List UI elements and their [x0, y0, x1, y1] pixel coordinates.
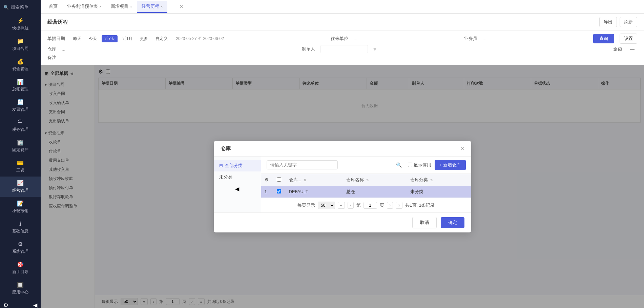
- counterparty-dots[interactable]: ...: [354, 36, 357, 41]
- search-wrap: 🔍: [267, 160, 405, 169]
- basic-icon: ℹ: [19, 221, 21, 227]
- show-disabled-text: 显示停用: [414, 162, 431, 168]
- warehouse-label: 仓库: [47, 46, 56, 52]
- creator-label: 制单人: [302, 46, 315, 52]
- unclassified-label: 未分类: [219, 174, 232, 180]
- modal-sidebar-collapse-btn[interactable]: ◀: [214, 183, 261, 195]
- row-name: 总仓: [343, 186, 407, 198]
- sidebar-item-assets[interactable]: 🏢 固定资产: [0, 136, 41, 156]
- sidebar-item-fund[interactable]: 💰 资金管理: [0, 55, 41, 75]
- tab-new-project-close[interactable]: ×: [130, 4, 132, 8]
- settings-icon[interactable]: ⚙: [3, 302, 8, 308]
- show-disabled-label[interactable]: 显示停用: [408, 162, 431, 168]
- business-icon: 📈: [17, 180, 24, 186]
- tax-icon: 🏛: [18, 119, 23, 125]
- th-modal-checkbox: [273, 174, 286, 186]
- date-opt-today[interactable]: 今天: [86, 35, 100, 42]
- modal-sidebar-all-categories[interactable]: ⊞ 全部分类: [214, 160, 261, 171]
- tab-profit-close[interactable]: ×: [99, 4, 101, 8]
- modal-cancel-button[interactable]: 取消: [412, 217, 437, 228]
- date-opt-custom[interactable]: 自定义: [153, 35, 170, 42]
- row-index: 1: [261, 186, 273, 198]
- sidebar-item-system[interactable]: ⚙ 系统管理: [0, 238, 41, 258]
- marketing-icon: 📝: [17, 200, 24, 207]
- page-title: 经营历程: [47, 19, 68, 25]
- filter-row-3: 备注: [47, 55, 637, 61]
- sidebar-bottom: ⚙ ◀: [0, 299, 41, 308]
- modal-page-last[interactable]: »: [396, 202, 403, 209]
- date-opt-yesterday[interactable]: 昨天: [70, 35, 84, 42]
- th-modal-name: 仓库名称 ⇅: [343, 174, 407, 186]
- modal-toolbar: 🔍 显示停用 + 新增仓库: [261, 157, 471, 174]
- add-warehouse-button[interactable]: + 新增仓库: [435, 160, 465, 170]
- sidebar-item-business[interactable]: 📈 经营管理: [0, 177, 41, 197]
- sidebar-collapse-icon[interactable]: ◀: [33, 302, 37, 308]
- date-opt-more[interactable]: 更多: [137, 35, 151, 42]
- modal-footer: 取消 确定: [214, 212, 471, 232]
- sidebar-item-project[interactable]: 📁 项目合同: [0, 35, 41, 55]
- modal-table-row[interactable]: 1 DEFAULT 总仓 未分类: [261, 186, 471, 198]
- modal-search-input[interactable]: [267, 160, 338, 169]
- modal-per-page-select[interactable]: 50 100: [318, 202, 335, 209]
- appcenter-icon: 🔲: [17, 282, 24, 288]
- warehouse-dots[interactable]: ...: [62, 47, 65, 52]
- modal-table-select-all[interactable]: [277, 177, 281, 182]
- sidebar-item-label: 总账管理: [12, 86, 28, 92]
- sidebar-search[interactable]: 🔍 搜索菜单: [0, 0, 41, 14]
- sidebar-item-invoice[interactable]: 🧾 发票管理: [0, 96, 41, 116]
- modal-page-input[interactable]: [363, 202, 377, 209]
- modal-header: 仓库 ×: [214, 141, 471, 157]
- newcomer-icon: 🎯: [17, 261, 24, 268]
- tab-bar: 首页 业务利润预估表 × 新增项目 × 经营历程 × ×: [41, 0, 644, 14]
- amount-dash: —: [627, 47, 637, 52]
- refresh-button[interactable]: 刷新: [620, 17, 637, 27]
- settings-filter-button[interactable]: 设置: [620, 34, 637, 44]
- filter-bar: 单据日期 昨天 今天 近7天 近1月 更多 自定义 2023-05-27 至 2…: [41, 31, 644, 65]
- tab-profit[interactable]: 业务利润预估表 ×: [62, 1, 106, 13]
- sidebar-item-ledger[interactable]: 📊 总账管理: [0, 75, 41, 96]
- sidebar-item-newcomer[interactable]: 🎯 新手引导: [0, 258, 41, 278]
- sidebar-item-quick-nav[interactable]: ⚡ 快捷导航: [0, 14, 41, 35]
- row-checkbox[interactable]: [273, 186, 286, 198]
- tab-home-label: 首页: [49, 3, 58, 9]
- modal-collapse-icon: ◀: [235, 186, 239, 192]
- tab-business-history-close[interactable]: ×: [161, 4, 163, 8]
- date-opt-1month[interactable]: 近1月: [120, 35, 136, 42]
- sidebar-item-appcenter[interactable]: 🔲 应用中心: [0, 278, 41, 299]
- sidebar: 🔍 搜索菜单 ⚡ 快捷导航 📁 项目合同 💰 资金管理 📊 总账管理 🧾 发票管…: [0, 0, 41, 308]
- modal-main: 🔍 显示停用 + 新增仓库: [261, 157, 471, 212]
- filter-row-1: 单据日期 昨天 今天 近7天 近1月 更多 自定义 2023-05-27 至 2…: [47, 34, 637, 44]
- tab-bar-close[interactable]: ×: [180, 3, 183, 10]
- grid-icon-modal: ⊞: [219, 163, 223, 168]
- sidebar-item-basic[interactable]: ℹ 基础信息: [0, 217, 41, 238]
- modal-sidebar: ⊞ 全部分类 未分类 ◀: [214, 157, 261, 212]
- modal-page-next[interactable]: ›: [387, 202, 393, 209]
- content-area: ⊞ 全部单据 ◀ ▾ 项目合同 收入合同 收入确认单 支出合同 支出确认单 ▾ …: [41, 65, 644, 308]
- tab-profit-label: 业务利润预估表: [67, 3, 98, 9]
- modal-page-first[interactable]: «: [338, 202, 345, 209]
- sidebar-item-marketing[interactable]: 📝 小畅报销: [0, 197, 41, 217]
- modal-confirm-button[interactable]: 确定: [441, 217, 464, 228]
- sidebar-item-salary[interactable]: 💳 工资: [0, 156, 41, 177]
- tab-business-history[interactable]: 经营历程 ×: [137, 1, 167, 13]
- query-button[interactable]: 查询: [593, 34, 614, 43]
- modal-close-button[interactable]: ×: [461, 145, 464, 152]
- export-button[interactable]: 导出: [599, 17, 617, 27]
- salesman-label: 业务员: [464, 36, 477, 42]
- assets-icon: 🏢: [17, 139, 24, 146]
- modal-sidebar-unclassified[interactable]: 未分类: [214, 171, 261, 183]
- sidebar-item-label: 新手引导: [12, 269, 28, 275]
- sidebar-item-label: 经营管理: [12, 188, 28, 193]
- tab-new-project[interactable]: 新增项目 ×: [106, 1, 137, 13]
- fund-icon: 💰: [17, 58, 24, 65]
- counterparty-label: 往来单位: [331, 36, 348, 42]
- date-opt-7days[interactable]: 近7天: [102, 35, 118, 42]
- sidebar-item-label: 资金管理: [12, 66, 28, 72]
- sidebar-item-tax[interactable]: 🏛 税务管理: [0, 116, 41, 136]
- salesman-dots[interactable]: ...: [483, 36, 486, 41]
- search-icon-modal: 🔍: [396, 162, 402, 168]
- modal-page-prev[interactable]: ‹: [348, 202, 354, 209]
- tab-home[interactable]: 首页: [44, 1, 62, 13]
- show-disabled-checkbox[interactable]: [408, 163, 412, 167]
- th-modal-settings[interactable]: ⚙: [261, 174, 273, 186]
